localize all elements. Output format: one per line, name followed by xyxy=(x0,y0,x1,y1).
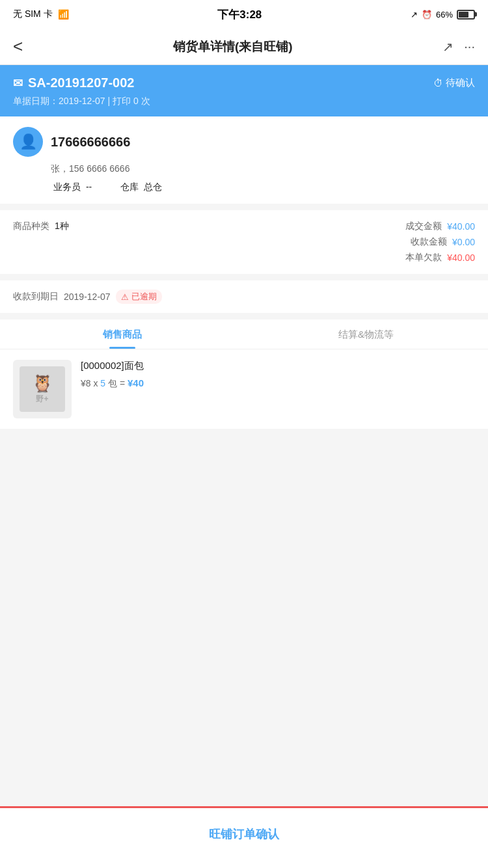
order-id: ✉ SA-20191207-002 xyxy=(13,75,134,90)
warehouse-info: 仓库 总仓 xyxy=(118,182,162,193)
due-date-label: 收款到期日 xyxy=(13,291,59,303)
tab-sales-product[interactable]: 销售商品 xyxy=(0,319,244,349)
summary-section: 商品种类 1种 成交金额 ¥40.00 收款金额 ¥0.00 本单欠款 ¥40.… xyxy=(0,210,488,274)
warehouse-value: 总仓 xyxy=(144,182,162,192)
bottom-bar: 旺铺订单确认 xyxy=(0,806,488,868)
status-bar: 无 SIM 卡 📶 下午3:28 ↗ ⏰ 66% xyxy=(0,0,488,29)
tabs: 销售商品 结算&物流等 xyxy=(0,319,488,349)
page-title: 销货单详情(来自旺铺) xyxy=(173,38,293,55)
overdue-icon: ⚠ xyxy=(121,292,129,302)
equals-sign: = xyxy=(120,378,128,388)
back-button[interactable]: < xyxy=(13,36,23,57)
order-icon: ✉ xyxy=(13,76,23,90)
alarm-icon: ⏰ xyxy=(422,10,432,20)
transaction-value: ¥40.00 xyxy=(447,221,475,232)
balance-label: 本单欠款 xyxy=(405,252,442,264)
content-spacer xyxy=(0,429,488,559)
customer-phone: 17666666666 xyxy=(51,135,130,150)
received-value: ¥0.00 xyxy=(452,237,475,247)
product-total: ¥40 xyxy=(128,377,144,388)
overdue-text: 已逾期 xyxy=(131,291,157,303)
status-time: 下午3:28 xyxy=(217,7,262,22)
transaction-row: 成交金额 ¥40.00 xyxy=(405,221,475,232)
balance-value: ¥40.00 xyxy=(447,252,475,263)
nav-actions: ↗ ··· xyxy=(442,39,475,55)
order-header-banner: ✉ SA-20191207-002 ⏱ 待确认 单据日期：2019-12-07 … xyxy=(0,65,488,116)
product-qty: 5 xyxy=(100,378,105,388)
warehouse-label: 仓库 xyxy=(120,182,139,192)
status-clock-icon: ⏱ xyxy=(433,77,443,88)
customer-name: 张，156 6666 6666 xyxy=(13,163,475,175)
multiply-sign: x xyxy=(93,378,100,388)
avatar: 👤 xyxy=(13,127,43,157)
salesperson-info: 业务员 -- xyxy=(51,182,92,193)
summary-left: 商品种类 1种 xyxy=(13,221,69,264)
share-button[interactable]: ↗ xyxy=(442,39,454,55)
avatar-icon: 👤 xyxy=(20,133,37,150)
wifi-icon: 📶 xyxy=(58,9,69,20)
nav-bar: < 销货单详情(来自旺铺) ↗ ··· xyxy=(0,29,488,65)
battery-icon xyxy=(457,10,475,20)
product-unit: 包 xyxy=(108,378,117,388)
order-status: ⏱ 待确认 xyxy=(433,77,475,89)
salesperson-value: -- xyxy=(86,182,92,192)
salesperson-label: 业务员 xyxy=(53,182,81,192)
status-right: ↗ ⏰ 66% xyxy=(411,10,475,20)
confirm-order-button[interactable]: 旺铺订单确认 xyxy=(13,816,475,852)
status-text: 待确认 xyxy=(446,77,475,89)
customer-meta: 业务员 -- 仓库 总仓 xyxy=(13,182,475,193)
product-thumbnail: 🦉 野+ xyxy=(13,360,72,418)
summary-right: 成交金额 ¥40.00 收款金额 ¥0.00 本单欠款 ¥40.00 xyxy=(405,221,475,264)
battery-text: 66% xyxy=(436,10,453,20)
product-type-label: 商品种类 xyxy=(13,221,49,231)
order-id-text: SA-20191207-002 xyxy=(28,75,134,90)
overdue-badge: ⚠ 已逾期 xyxy=(116,290,162,304)
product-name: [0000002]面包 xyxy=(81,360,475,372)
balance-row: 本单欠款 ¥40.00 xyxy=(405,252,475,264)
received-label: 收款金额 xyxy=(411,236,447,248)
location-icon: ↗ xyxy=(411,10,418,20)
received-row: 收款金额 ¥0.00 xyxy=(405,236,475,248)
product-price: ¥8 xyxy=(81,378,91,388)
status-left: 无 SIM 卡 📶 xyxy=(13,8,69,20)
transaction-label: 成交金额 xyxy=(405,221,442,232)
carrier-text: 无 SIM 卡 xyxy=(13,8,53,20)
more-button[interactable]: ··· xyxy=(464,39,475,54)
product-calc: ¥8 x 5 包 = ¥40 xyxy=(81,377,475,390)
product-details: [0000002]面包 ¥8 x 5 包 = ¥40 xyxy=(81,360,475,390)
order-date-info: 单据日期：2019-12-07 | 打印 0 次 xyxy=(13,96,475,107)
due-date-section: 收款到期日 2019-12-07 ⚠ 已逾期 xyxy=(0,280,488,313)
product-type-value: 1种 xyxy=(55,221,69,231)
product-item: 🦉 野+ [0000002]面包 ¥8 x 5 包 = ¥40 xyxy=(0,349,488,429)
tab-settlement[interactable]: 结算&物流等 xyxy=(244,319,488,349)
customer-section: 👤 17666666666 张，156 6666 6666 业务员 -- 仓库 … xyxy=(0,116,488,204)
due-date-value: 2019-12-07 xyxy=(64,292,111,302)
